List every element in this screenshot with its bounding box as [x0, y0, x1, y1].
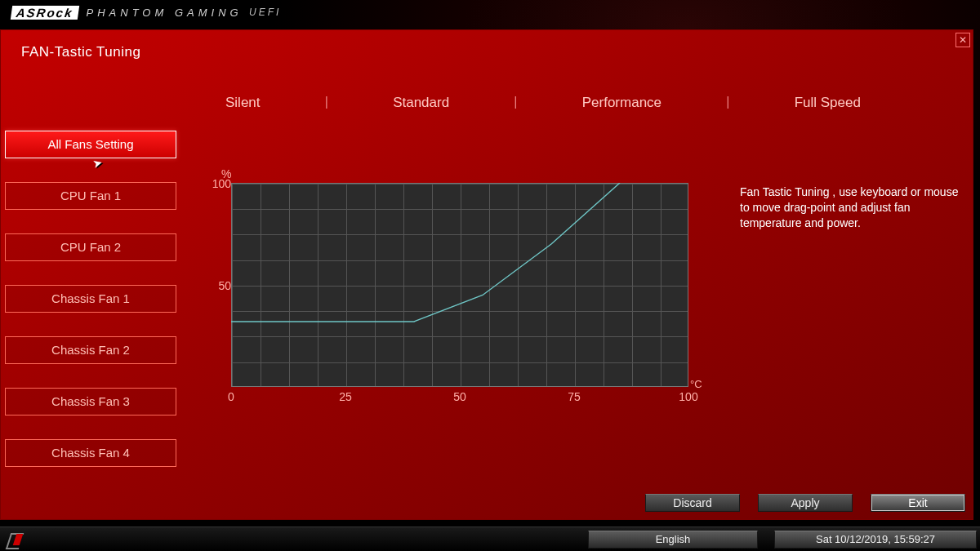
close-button[interactable]: ✕: [956, 33, 970, 47]
profile-silent[interactable]: Silent: [220, 95, 265, 111]
action-bar: Discard Apply Exit: [645, 494, 965, 512]
fan-curve-line[interactable]: [231, 183, 688, 387]
divider-icon: |: [514, 95, 517, 111]
fan-item-chassis3[interactable]: Chassis Fan 3: [5, 388, 176, 415]
fan-item-cpu1[interactable]: CPU Fan 1: [5, 182, 176, 210]
exit-button[interactable]: Exit: [871, 494, 965, 512]
chart-y-tick: 50: [203, 279, 231, 292]
brand-text: PHANTOM GAMING: [87, 7, 243, 19]
status-bar: English Sat 10/12/2019, 15:59:27: [0, 527, 980, 551]
uefi-text: UEFI: [244, 7, 282, 18]
chart-x-tick: 75: [562, 390, 586, 403]
chart-x-tick: 0: [219, 390, 243, 403]
chart-x-tick: 50: [448, 390, 472, 403]
chart-y-tick: 100: [203, 177, 231, 190]
clock-display: Sat 10/12/2019, 15:59:27: [774, 531, 977, 549]
fan-item-cpu2[interactable]: CPU Fan 2: [5, 233, 176, 261]
help-text: Fan Tastic Tuning , use keyboard or mous…: [740, 184, 960, 231]
chart-x-tick: 25: [333, 390, 358, 403]
fan-item-chassis1[interactable]: Chassis Fan 1: [5, 285, 176, 313]
profile-standard[interactable]: Standard: [388, 95, 454, 111]
divider-icon: |: [325, 95, 328, 111]
fan-item-all[interactable]: All Fans Setting: [5, 131, 176, 158]
apply-button[interactable]: Apply: [758, 494, 853, 512]
discard-button[interactable]: Discard: [645, 494, 740, 512]
chart-x-label: °C: [690, 378, 702, 390]
fan-list: All Fans Setting CPU Fan 1 CPU Fan 2 Cha…: [5, 131, 176, 491]
fan-curve-chart[interactable]: % 100 50 0 25 50 75 100 °C: [203, 163, 702, 412]
profile-performance[interactable]: Performance: [577, 95, 666, 111]
fan-item-chassis2[interactable]: Chassis Fan 2: [5, 336, 176, 364]
chart-x-tick: 100: [676, 390, 701, 403]
language-button[interactable]: English: [588, 531, 758, 549]
phantom-gaming-icon: [7, 531, 26, 548]
fan-item-chassis4[interactable]: Chassis Fan 4: [5, 439, 176, 467]
profile-tabs: Silent | Standard | Performance | Full S…: [220, 95, 866, 111]
asrock-logo: ASRock: [11, 6, 79, 20]
profile-full-speed[interactable]: Full Speed: [790, 95, 866, 111]
page-title: FAN-Tastic Tuning: [21, 44, 140, 60]
bios-header: ASRock PHANTOM GAMING UEFI: [0, 0, 980, 24]
divider-icon: |: [726, 95, 729, 111]
